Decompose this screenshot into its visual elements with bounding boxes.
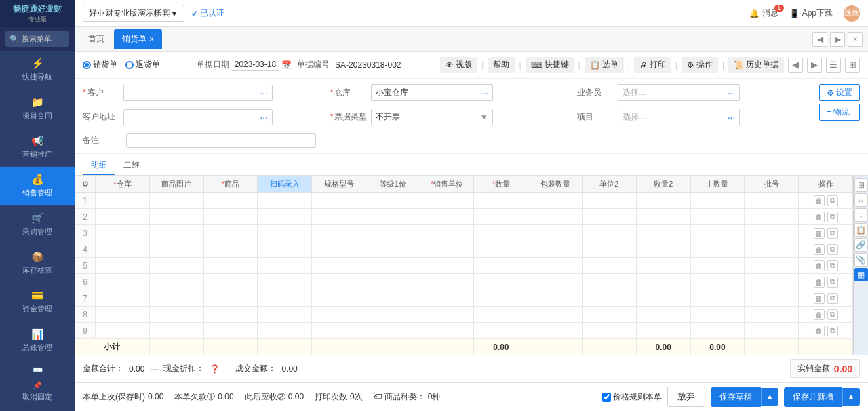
- select-order-button[interactable]: 📋选单: [585, 57, 624, 73]
- save-draft-button[interactable]: 保存草稿: [711, 387, 761, 407]
- sidebar-item-marketing[interactable]: 📢 营销推广: [0, 128, 75, 167]
- cell-1[interactable]: [149, 193, 203, 209]
- cell-1[interactable]: [149, 307, 203, 323]
- print-button[interactable]: 🖨打印: [634, 57, 671, 73]
- tab-next-button[interactable]: ▶: [830, 32, 845, 47]
- copy-icon[interactable]: ⧉: [827, 277, 838, 288]
- delete-icon[interactable]: 🗑: [814, 260, 825, 271]
- remark-input[interactable]: [126, 133, 316, 148]
- price-check-label[interactable]: 价格规则本单: [602, 391, 662, 403]
- delete-icon[interactable]: 🗑: [814, 195, 825, 206]
- radio-sale[interactable]: 销货单: [83, 59, 117, 71]
- warehouse-input[interactable]: 小宝仓库 ···: [371, 84, 493, 101]
- cell-2[interactable]: [203, 241, 258, 258]
- delete-icon[interactable]: 🗑: [814, 309, 825, 320]
- cell-8[interactable]: [528, 241, 583, 258]
- address-input[interactable]: ···: [123, 109, 273, 125]
- cell-6[interactable]: [420, 323, 474, 339]
- cell-11[interactable]: [690, 241, 745, 258]
- cell-2[interactable]: [203, 323, 258, 339]
- cell-3[interactable]: [258, 323, 312, 339]
- cell-11[interactable]: [690, 193, 745, 209]
- cell-2[interactable]: [203, 274, 258, 290]
- cell-7[interactable]: [474, 209, 528, 225]
- cell-3[interactable]: [258, 307, 312, 323]
- cell-12[interactable]: [745, 258, 799, 274]
- delete-icon[interactable]: 🗑: [814, 277, 825, 288]
- cell-2[interactable]: [203, 290, 258, 307]
- sidebar-bottom-pin[interactable]: 📌 取消固定: [5, 376, 69, 407]
- cell-8[interactable]: [528, 274, 583, 290]
- cell-1[interactable]: [149, 323, 203, 339]
- cell-6[interactable]: [420, 241, 474, 258]
- cell-6[interactable]: [420, 258, 474, 274]
- cell-8[interactable]: [528, 290, 583, 307]
- cell-0[interactable]: [96, 225, 150, 241]
- copy-icon[interactable]: ⧉: [827, 195, 838, 206]
- cell-10[interactable]: [636, 290, 690, 307]
- float-btn-5[interactable]: 🔗: [854, 238, 868, 252]
- float-btn-6[interactable]: 📎: [854, 253, 868, 267]
- cell-3[interactable]: [258, 209, 312, 225]
- toolbar-list-view[interactable]: ☰: [826, 58, 841, 73]
- cell-8[interactable]: [528, 307, 583, 323]
- company-selector[interactable]: 好业财专业版演示帐套 ▼: [83, 5, 184, 22]
- toolbar-nav-next[interactable]: ▶: [807, 58, 822, 73]
- float-btn-1[interactable]: ⊞: [854, 178, 868, 192]
- cell-4[interactable]: [312, 209, 366, 225]
- cell-11[interactable]: [690, 225, 745, 241]
- delete-icon[interactable]: 🗑: [814, 228, 825, 239]
- cell-7[interactable]: [474, 307, 528, 323]
- cell-6[interactable]: [420, 274, 474, 290]
- copy-icon[interactable]: ⧉: [827, 260, 838, 271]
- tab-home[interactable]: 首页: [80, 29, 113, 49]
- cell-11[interactable]: [690, 258, 745, 274]
- cell-4[interactable]: [312, 258, 366, 274]
- delete-icon[interactable]: 🗑: [814, 212, 825, 222]
- cell-11[interactable]: [690, 274, 745, 290]
- cell-12[interactable]: [745, 241, 799, 258]
- cell-11[interactable]: [690, 290, 745, 307]
- cell-9[interactable]: [583, 274, 637, 290]
- sidebar-item-inventory[interactable]: 📦 库存核算: [0, 244, 75, 283]
- cell-0[interactable]: [96, 290, 150, 307]
- col-setting[interactable]: ⚙: [75, 176, 96, 193]
- cell-0[interactable]: [96, 258, 150, 274]
- cell-8[interactable]: [528, 225, 583, 241]
- save-new-arrow[interactable]: ▲: [842, 388, 860, 406]
- cell-3[interactable]: [258, 193, 312, 209]
- cell-4[interactable]: [312, 225, 366, 241]
- save-new-button[interactable]: 保存并新增: [784, 387, 842, 407]
- staff-input[interactable]: 选择... ···: [618, 84, 740, 101]
- help-button[interactable]: 帮助: [488, 57, 515, 73]
- cell-6[interactable]: [420, 307, 474, 323]
- cell-9[interactable]: [583, 290, 637, 307]
- cell-7[interactable]: [474, 241, 528, 258]
- radio-return[interactable]: 退货单: [125, 59, 160, 71]
- cell-9[interactable]: [583, 323, 637, 339]
- cell-0[interactable]: [96, 274, 150, 290]
- cell-2[interactable]: [203, 209, 258, 225]
- cell-1[interactable]: [149, 225, 203, 241]
- set-button[interactable]: ⚙ 设置: [819, 84, 860, 101]
- customer-input[interactable]: ···: [123, 85, 273, 101]
- cell-7[interactable]: [474, 225, 528, 241]
- view-button[interactable]: 👁视版: [440, 57, 477, 73]
- ticket-select[interactable]: 不开票 ▼: [371, 109, 493, 125]
- sidebar-item-project[interactable]: 📁 项目合同: [0, 90, 75, 128]
- tab-sales-order[interactable]: 销货单 ×: [114, 29, 162, 49]
- copy-icon[interactable]: ⧉: [827, 244, 838, 255]
- cell-10[interactable]: [636, 258, 690, 274]
- cell-11[interactable]: [690, 323, 745, 339]
- cell-5[interactable]: [366, 241, 420, 258]
- cell-9[interactable]: [583, 258, 637, 274]
- cell-8[interactable]: [528, 258, 583, 274]
- float-btn-active[interactable]: ▦: [854, 268, 868, 281]
- cell-12[interactable]: [745, 323, 799, 339]
- cell-1[interactable]: [149, 209, 203, 225]
- tab-2d[interactable]: 二维: [115, 157, 148, 175]
- cell-4[interactable]: [312, 290, 366, 307]
- cell-9[interactable]: [583, 225, 637, 241]
- cell-6[interactable]: [420, 209, 474, 225]
- cell-0[interactable]: [96, 209, 150, 225]
